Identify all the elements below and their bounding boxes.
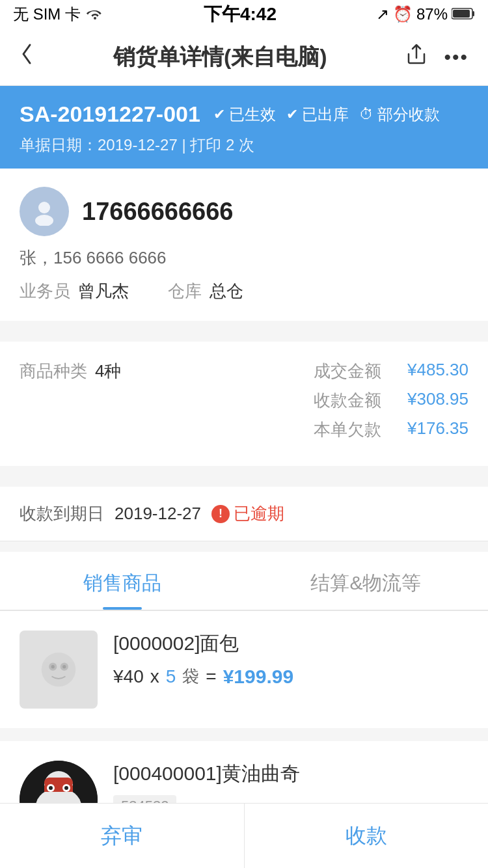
svg-point-5 xyxy=(42,653,76,687)
nav-actions: ••• xyxy=(405,42,468,72)
stats-section: 商品种类 4种 成交金额 ¥485.30 收款金额 ¥308.95 本单欠款 ¥… xyxy=(0,342,488,466)
svg-rect-1 xyxy=(472,11,474,16)
avatar xyxy=(20,187,69,236)
stats-right: 成交金额 ¥485.30 收款金额 ¥308.95 本单欠款 ¥176.35 xyxy=(314,360,468,448)
price-total-1: ¥199.99 xyxy=(223,666,293,688)
svg-point-17 xyxy=(49,786,53,790)
battery-icon xyxy=(452,5,475,23)
warehouse-value: 总仓 xyxy=(210,280,243,303)
salesperson-item: 业务员 曾凡杰 xyxy=(20,280,129,303)
print-count: 打印 2 次 xyxy=(190,136,254,154)
product-thumbnail-1 xyxy=(20,631,98,709)
owed-value: ¥176.35 xyxy=(407,418,468,441)
svg-point-4 xyxy=(35,215,53,226)
tab-products[interactable]: 销售商品 xyxy=(0,552,244,610)
svg-rect-2 xyxy=(453,10,470,18)
tab-settlement[interactable]: 结算&物流等 xyxy=(244,552,488,610)
order-id: SA-20191227-001 xyxy=(20,102,200,127)
price-qty-1: 5 xyxy=(166,666,176,687)
overdue-warning-icon: ! xyxy=(211,505,230,523)
customer-section: 17666666666 张，156 6666 6666 业务员 曾凡杰 仓库 总… xyxy=(0,169,488,321)
divider-2 xyxy=(0,476,488,487)
badge-partial-payment: ⏱ 部分收款 xyxy=(359,104,440,125)
category-stat: 商品种类 4种 xyxy=(20,360,121,383)
due-date: 2019-12-27 xyxy=(115,504,201,524)
svg-point-18 xyxy=(64,786,68,790)
wifi-icon xyxy=(86,5,104,23)
tabs-section: 销售商品 结算&物流等 xyxy=(0,552,488,611)
order-date: 单据日期：2019-12-27 xyxy=(20,136,178,154)
price-base-1: ¥40 xyxy=(113,666,144,687)
sim-status: 无 SIM 卡 xyxy=(13,4,81,25)
alarm-icon: ⏰ xyxy=(393,5,413,23)
product-price-1: ¥40 x 5 袋 = ¥199.99 xyxy=(113,665,468,688)
overdue-text: 已逾期 xyxy=(234,502,284,525)
page-title: 销货单详情(来自电脑) xyxy=(113,42,327,72)
product-name-1: [0000002]面包 xyxy=(113,631,468,657)
divider-1 xyxy=(0,331,488,342)
equals-1: = xyxy=(206,666,216,687)
amount-row: 成交金额 ¥485.30 xyxy=(314,360,468,383)
received-row: 收款金额 ¥308.95 xyxy=(314,389,468,412)
badge-effective: ✔ 已生效 xyxy=(213,104,276,125)
customer-detail: 业务员 曾凡杰 仓库 总仓 xyxy=(20,280,468,303)
salesperson-label: 业务员 xyxy=(20,280,70,303)
svg-point-3 xyxy=(38,202,50,213)
battery-level: 87% xyxy=(416,5,448,23)
owed-row: 本单欠款 ¥176.35 xyxy=(314,418,468,441)
badge-shipped: ✔ 已出库 xyxy=(286,104,349,125)
customer-name: 17666666666 xyxy=(82,198,233,226)
due-section: 收款到期日 2019-12-27 ! 已逾期 xyxy=(0,487,488,541)
price-unit-1: 袋 xyxy=(182,665,199,688)
status-right: ↗ ⏰ 87% xyxy=(376,5,475,23)
owed-label: 本单欠款 xyxy=(314,418,381,441)
salesperson-value: 曾凡杰 xyxy=(78,280,129,303)
divider-3 xyxy=(0,541,488,552)
product-name-2: [000400001]黄油曲奇 xyxy=(113,761,468,787)
location-icon: ↗ xyxy=(376,5,389,23)
bottom-bar: 弃审 收款 xyxy=(0,803,488,868)
status-bar: 无 SIM 卡 下午4:42 ↗ ⏰ 87% xyxy=(0,0,488,29)
multiply-icon-1: x xyxy=(150,666,159,687)
order-header: SA-20191227-001 ✔ 已生效 ✔ 已出库 ⏱ 部分收款 单据日期：… xyxy=(0,86,488,169)
nav-bar: 销货单详情(来自电脑) ••• xyxy=(0,29,488,86)
status-badges: ✔ 已生效 ✔ 已出库 ⏱ 部分收款 xyxy=(213,104,440,125)
cancel-button[interactable]: 弃审 xyxy=(0,804,245,868)
svg-point-9 xyxy=(62,665,66,668)
status-left: 无 SIM 卡 xyxy=(13,4,104,25)
back-button[interactable] xyxy=(20,41,35,73)
overdue-badge: ! 已逾期 xyxy=(211,502,284,525)
warehouse-label: 仓库 xyxy=(168,280,202,303)
due-label: 收款到期日 xyxy=(20,502,104,525)
category-value: 4种 xyxy=(95,360,121,383)
amount-value: ¥485.30 xyxy=(407,360,468,383)
received-label: 收款金额 xyxy=(314,389,381,412)
stats-left: 商品种类 4种 xyxy=(20,360,121,388)
share-icon[interactable] xyxy=(405,42,428,72)
confirm-button[interactable]: 收款 xyxy=(245,804,489,868)
svg-point-8 xyxy=(51,665,55,668)
product-info-1: [0000002]面包 ¥40 x 5 袋 = ¥199.99 xyxy=(113,631,468,688)
check-icon-1: ✔ xyxy=(213,106,225,123)
received-value: ¥308.95 xyxy=(407,389,468,412)
clock-icon: ⏱ xyxy=(359,106,373,123)
check-icon-2: ✔ xyxy=(286,106,298,123)
order-meta: 单据日期：2019-12-27 | 打印 2 次 xyxy=(20,135,468,156)
list-item: [0000002]面包 ¥40 x 5 袋 = ¥199.99 xyxy=(0,611,488,728)
order-separator: | xyxy=(182,136,190,154)
more-icon[interactable]: ••• xyxy=(444,46,468,68)
amount-label: 成交金额 xyxy=(314,360,381,383)
customer-info: 张，156 6666 6666 xyxy=(20,247,468,269)
product-image-1 xyxy=(20,631,98,709)
warehouse-item: 仓库 总仓 xyxy=(168,280,243,303)
status-time: 下午4:42 xyxy=(204,2,277,27)
category-label: 商品种类 xyxy=(20,360,87,383)
